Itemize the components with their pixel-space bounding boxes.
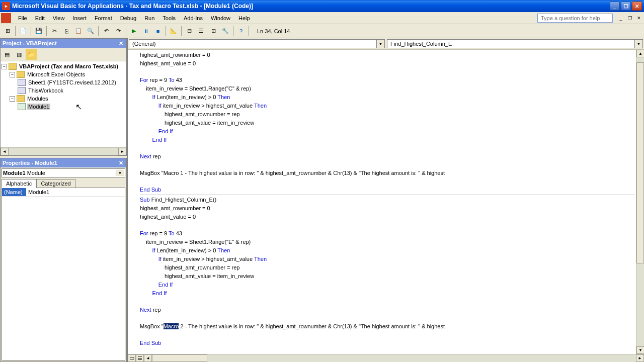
help-button[interactable]: ? — [235, 26, 247, 37]
dropdown-icon[interactable]: ▼ — [376, 40, 384, 48]
prop-name-label: (Name) — [2, 188, 26, 196]
close-button[interactable]: ✕ — [632, 2, 642, 11]
project-panel-title: Project - VBAProject ✕ — [1, 39, 126, 48]
menu-insert[interactable]: Insert — [68, 14, 91, 23]
window-title: Microsoft Visual Basic for Applications … — [12, 3, 610, 10]
menu-help[interactable]: Help — [234, 14, 254, 23]
scroll-left-button[interactable]: ◄ — [144, 354, 152, 362]
view-code-button[interactable]: ▤ — [2, 49, 13, 60]
view-object-button[interactable]: ▥ — [14, 49, 25, 60]
scroll-thumb[interactable] — [636, 62, 644, 263]
mdi-close-button[interactable]: ✕ — [635, 15, 643, 22]
toolbar: ⊞ 📄 💾 ✂ ⎘ 📋 🔍 ↶ ↷ ▶ ⏸ ■ 📐 ⊟ ☰ ⊡ 🔧 ? Ln 3… — [0, 24, 644, 38]
properties-grid[interactable]: (Name) Module1 — [2, 188, 125, 360]
menu-run[interactable]: Run — [140, 14, 158, 23]
workbook-icon — [18, 87, 26, 94]
break-button[interactable]: ⏸ — [140, 26, 151, 37]
object-dropdown[interactable]: (General) ▼ — [129, 39, 385, 48]
menu-edit[interactable]: Edit — [31, 14, 49, 23]
menu-tools[interactable]: Tools — [158, 14, 180, 23]
view-excel-button[interactable]: ⊞ — [2, 26, 13, 37]
scroll-down-button[interactable]: ▼ — [636, 346, 644, 354]
paste-button[interactable]: 📋 — [73, 26, 84, 37]
selected-text: Macro — [164, 323, 179, 329]
scroll-left-button[interactable]: ◄ — [1, 148, 9, 155]
tab-alphabetic[interactable]: Alphabetic — [2, 179, 36, 188]
folder-icon — [17, 95, 25, 102]
prop-name-value[interactable]: Module1 — [26, 188, 125, 196]
tree-sheet1[interactable]: Sheet1 (FY11STC.revised.12.2012) — [27, 79, 117, 85]
dropdown-icon[interactable]: ▼ — [116, 170, 124, 176]
insert-button[interactable]: 📄 — [18, 26, 29, 37]
cut-button[interactable]: ✂ — [49, 26, 60, 37]
copy-button[interactable]: ⎘ — [61, 26, 72, 37]
cursor-position-label: Ln 34, Col 14 — [255, 27, 292, 35]
vba-icon — [1, 13, 11, 23]
procedure-dropdown-value: Find_Highest_Column_E — [387, 40, 634, 48]
project-icon — [9, 63, 17, 70]
menu-file[interactable]: File — [14, 14, 31, 23]
scroll-right-button[interactable]: ► — [636, 354, 644, 362]
menu-window[interactable]: Window — [207, 14, 234, 23]
project-explorer-panel: Project - VBAProject ✕ ▤ ▥ 📁 − VBAProjec… — [0, 38, 127, 156]
scroll-thumb[interactable] — [152, 354, 207, 361]
maximize-button[interactable]: ❐ — [621, 2, 631, 11]
run-button[interactable]: ▶ — [128, 26, 139, 37]
module-icon — [18, 103, 26, 110]
titlebar[interactable]: ▸ Microsoft Visual Basic for Application… — [0, 0, 644, 12]
project-tree[interactable]: − VBAProject (Tax and Macro Test.xlsb) −… — [1, 61, 126, 147]
properties-panel: Properties - Module1 ✕ Module1 Module ▼ … — [0, 158, 127, 362]
design-mode-button[interactable]: 📐 — [168, 26, 179, 37]
code-vscrollbar[interactable]: ▲ ▼ — [636, 50, 644, 354]
tree-thisworkbook[interactable]: ThisWorkbook — [27, 87, 64, 94]
tree-toggle-icon[interactable]: − — [10, 96, 15, 102]
menu-debug[interactable]: Debug — [116, 14, 140, 23]
menubar: File Edit View Insert Format Debug Run T… — [0, 12, 644, 24]
tree-modules-folder[interactable]: Modules — [26, 96, 49, 102]
mdi-minimize-button[interactable]: _ — [617, 15, 625, 22]
object-browser-button[interactable]: ⊡ — [208, 26, 219, 37]
procedure-view-button[interactable]: ▭ — [128, 354, 136, 362]
properties-button[interactable]: ☰ — [196, 26, 207, 37]
tree-toggle-icon[interactable]: − — [10, 72, 15, 77]
props-combo-type: Module — [27, 170, 45, 176]
props-panel-title-text: Properties - Module1 — [3, 160, 57, 166]
project-explorer-button[interactable]: ⊟ — [184, 26, 195, 37]
menu-view[interactable]: View — [49, 14, 69, 23]
mdi-restore-button[interactable]: ❐ — [626, 15, 634, 22]
project-panel-close-button[interactable]: ✕ — [117, 40, 124, 47]
procedure-dropdown[interactable]: Find_Highest_Column_E ▼ — [387, 39, 643, 48]
props-panel-close-button[interactable]: ✕ — [117, 159, 124, 166]
toolbox-button[interactable]: 🔧 — [220, 26, 231, 37]
project-hscrollbar[interactable]: ◄ ► — [1, 147, 126, 155]
help-search-input[interactable] — [537, 14, 613, 23]
code-editor[interactable]: highest_amt_rownumber = 0 highest_amt_va… — [128, 50, 636, 354]
sheet-icon — [18, 79, 26, 86]
reset-button[interactable]: ■ — [152, 26, 164, 37]
dropdown-icon[interactable]: ▼ — [634, 40, 642, 48]
menu-addins[interactable]: Add-Ins — [180, 14, 207, 23]
save-button[interactable]: 💾 — [33, 26, 44, 37]
scroll-right-button[interactable]: ► — [118, 148, 126, 155]
redo-button[interactable]: ↷ — [113, 26, 124, 37]
code-hscrollbar[interactable]: ▭ ☰ ◄ ► — [128, 354, 644, 362]
app-icon: ▸ — [2, 2, 10, 10]
props-object-combo[interactable]: Module1 Module ▼ — [2, 168, 125, 177]
full-module-view-button[interactable]: ☰ — [136, 354, 144, 362]
toggle-folders-button[interactable]: 📁 — [26, 49, 37, 60]
object-dropdown-value: (General) — [129, 40, 376, 48]
find-button[interactable]: 🔍 — [85, 26, 96, 37]
props-combo-name: Module1 — [3, 170, 26, 176]
menu-format[interactable]: Format — [91, 14, 116, 23]
minimize-button[interactable]: _ — [610, 2, 620, 11]
folder-icon — [17, 71, 25, 78]
scroll-up-button[interactable]: ▲ — [636, 50, 644, 57]
project-panel-title-text: Project - VBAProject — [3, 40, 57, 46]
tree-excel-objects[interactable]: Microsoft Excel Objects — [26, 71, 86, 77]
tree-module1[interactable]: Module1 — [27, 104, 50, 110]
tree-root[interactable]: VBAProject (Tax and Macro Test.xlsb) — [18, 63, 119, 69]
code-editor-area: (General) ▼ Find_Highest_Column_E ▼ high… — [128, 38, 644, 362]
tab-categorized[interactable]: Categorized — [36, 179, 75, 188]
undo-button[interactable]: ↶ — [101, 26, 112, 37]
tree-toggle-icon[interactable]: − — [2, 64, 7, 69]
